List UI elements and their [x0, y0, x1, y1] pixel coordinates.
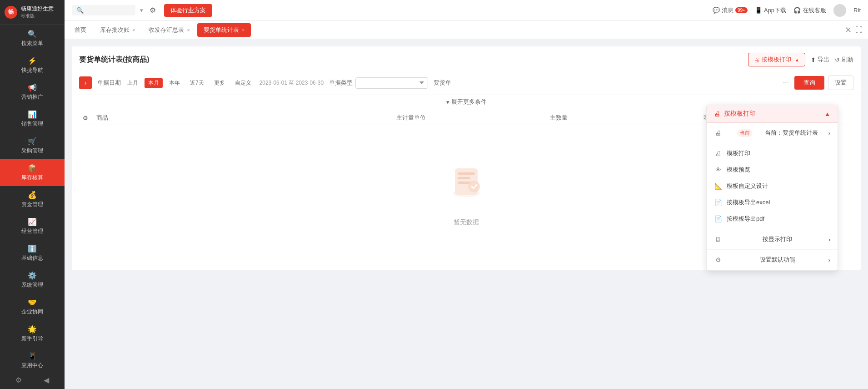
empty-text: 暂无数据	[454, 218, 479, 227]
sidebar-item-appstore[interactable]: 📱 应用中心	[0, 347, 65, 371]
sidebar-logo: 畅 畅康通好生意 标准版	[0, 0, 65, 25]
refresh-btn[interactable]: ↺ 刷新	[835, 56, 853, 64]
col-unit: 主计量单位	[393, 114, 546, 122]
sidebar-item-quick-nav[interactable]: ⚡ 快捷导航	[0, 52, 65, 79]
search-icon: 🔍	[76, 7, 84, 14]
sidebar-item-sales[interactable]: 📊 销售管理	[0, 106, 65, 132]
query-btn[interactable]: 查询	[794, 76, 824, 90]
dropdown-item-template-design[interactable]: 📐 模板自定义设计	[707, 178, 838, 194]
template-print-icon: 🖨	[714, 150, 722, 157]
sidebar-item-inventory[interactable]: 📦 库存核算	[0, 159, 65, 186]
tab-collection-summary-close[interactable]: ×	[187, 27, 190, 33]
tabbar: 首页 库存批次账 × 收发存汇总表 × 要货单统计表 × ✕ ⛶	[65, 21, 868, 39]
sidebar-item-guide[interactable]: 🌟 新手引导	[0, 320, 65, 347]
tabbar-expand-btn[interactable]: ⛶	[853, 26, 864, 34]
col-product: 商品	[93, 114, 393, 122]
message-btn[interactable]: 💬 消息 99+	[713, 6, 748, 15]
date-btn-prev-month[interactable]: 上月	[124, 78, 142, 88]
sidebar-item-label: 营销推广	[21, 93, 43, 101]
printer-icon: 🖨	[754, 56, 760, 63]
operations-icon: 📈	[28, 217, 37, 226]
topbar-dropdown-arrow[interactable]: ▾	[140, 7, 143, 14]
topbar-settings-icon[interactable]: ⚙	[150, 6, 156, 15]
sidebar-item-label: 搜索菜单	[21, 40, 43, 47]
search-input[interactable]	[86, 7, 123, 14]
date-filter-label: 单据日期	[97, 79, 121, 87]
dropdown-default-section: ⚙ 设置默认功能 ›	[707, 250, 838, 270]
main-area: 🔍 ▾ ⚙ 体验行业方案 💬 消息 99+ 📱 App下载 🎧 在线客服 Rit	[65, 0, 868, 389]
tab-order-summary[interactable]: 要货单统计表 ×	[197, 23, 251, 37]
sidebar-item-finance[interactable]: 💰 资金管理	[0, 186, 65, 213]
dropdown-item-export-excel[interactable]: 📄 按模板导出excel	[707, 194, 838, 211]
sidebar-collapse-btn[interactable]: ◀	[44, 376, 49, 384]
sidebar-item-operations[interactable]: 📈 经营管理	[0, 213, 65, 240]
col-settings[interactable]: ⚙	[79, 115, 93, 121]
more-options-btn[interactable]: ···	[781, 79, 791, 87]
current-arrow-icon: ›	[828, 130, 830, 136]
tab-home-label: 首页	[75, 26, 86, 34]
settings-btn[interactable]: 设置	[828, 76, 853, 90]
expand-more-btn[interactable]: ▾ 展开更多条件	[439, 95, 494, 109]
topbar: 🔍 ▾ ⚙ 体验行业方案 💬 消息 99+ 📱 App下载 🎧 在线客服 Rit	[65, 0, 868, 21]
printer-icon: 🖨	[714, 110, 720, 117]
app-download-btn[interactable]: 📱 App下载	[755, 6, 786, 15]
export-btn[interactable]: ⬆ 导出	[811, 56, 829, 64]
sidebar-item-marketing[interactable]: 📢 营销推广	[0, 79, 65, 106]
tab-order-summary-close[interactable]: ×	[242, 27, 244, 33]
sidebar-item-search[interactable]: 🔍 搜索菜单	[0, 25, 65, 52]
system-icon: ⚙️	[28, 271, 37, 280]
trial-btn[interactable]: 体验行业方案	[164, 4, 212, 17]
tabbar-close-btn[interactable]: ✕	[843, 25, 853, 35]
type-filter-group: 单据类型	[329, 77, 428, 89]
export-icon: ⬆	[811, 56, 816, 63]
date-btn-more[interactable]: 更多	[210, 78, 229, 88]
sidebar-item-label: 库存核算	[21, 174, 43, 182]
expand-icon: ▾	[446, 99, 449, 106]
type-filter-label: 单据类型	[329, 79, 353, 87]
date-btn-this-month[interactable]: 本月	[145, 78, 163, 88]
sidebar-item-purchase[interactable]: 🛒 采购管理	[0, 132, 65, 159]
dropdown-default-func[interactable]: ⚙ 设置默认功能 ›	[707, 252, 838, 268]
date-btn-last-7[interactable]: 近7天	[186, 78, 208, 88]
quick-nav-icon: ⚡	[28, 56, 37, 65]
svg-rect-3	[458, 177, 470, 179]
export-pdf-icon: 📄	[714, 215, 722, 222]
template-design-icon: 📐	[714, 182, 722, 190]
type-filter-select[interactable]	[355, 77, 428, 89]
sidebar-item-label: 系统管理	[21, 281, 43, 289]
export-excel-icon: 📄	[714, 199, 722, 206]
date-btn-custom[interactable]: 自定义	[231, 78, 255, 88]
tab-inventory-batch-close[interactable]: ×	[132, 27, 135, 33]
tab-inventory-batch[interactable]: 库存批次账 ×	[94, 23, 141, 37]
page-header-actions: 🖨 按模板打印 ▲ ⬆ 导出 ↺ 刷新	[748, 53, 853, 66]
service-icon: 🎧	[793, 7, 801, 14]
date-btn-this-year[interactable]: 本年	[165, 78, 184, 88]
sidebar-settings-btn[interactable]: ⚙	[15, 376, 22, 384]
dropdown-display-print[interactable]: 🖥 按显示打印 ›	[707, 231, 838, 248]
default-arrow-icon: ›	[828, 257, 830, 263]
topbar-search-box[interactable]: 🔍	[72, 5, 135, 15]
user-avatar[interactable]	[833, 4, 846, 17]
dropdown-title: 🖨 按模板打印	[714, 110, 756, 118]
sales-icon: 📊	[28, 110, 37, 119]
collab-icon: 🤝	[28, 298, 37, 307]
sidebar-nav: 🔍 搜索菜单 ⚡ 快捷导航 📢 营销推广 📊 销售管理 🛒 采购管理 📦 库存核…	[0, 25, 65, 371]
tab-collection-summary[interactable]: 收发存汇总表 ×	[142, 23, 196, 37]
dropdown-display-section: 🖥 按显示打印 ›	[707, 229, 838, 250]
sidebar-item-collab[interactable]: 🤝 企业协同	[0, 293, 65, 320]
dropdown-close-chevron[interactable]: ▲	[824, 111, 830, 117]
dropdown-current-item[interactable]: 🖨 当前 当前：要货单统计表 ›	[707, 125, 838, 141]
col-qty: 主数量	[546, 114, 700, 122]
purchase-icon: 🛒	[28, 137, 37, 146]
print-dropdown-popup: 🖨 按模板打印 ▲ 🖨 当前 当前：要货单统计表 › 🖨 模板打印	[706, 105, 838, 271]
dropdown-item-template-print[interactable]: 🖨 模板打印	[707, 145, 838, 162]
dropdown-item-template-preview[interactable]: 👁 模板预览	[707, 162, 838, 178]
print-template-btn[interactable]: 🖨 按模板打印 ▲	[748, 53, 805, 66]
online-service-btn[interactable]: 🎧 在线客服	[793, 6, 826, 15]
filter-toggle-btn[interactable]: ›	[79, 76, 92, 89]
sidebar-item-system[interactable]: ⚙️ 系统管理	[0, 267, 65, 293]
sidebar-item-label: 销售管理	[21, 120, 43, 128]
tab-home[interactable]: 首页	[68, 23, 93, 37]
dropdown-item-export-pdf[interactable]: 📄 按模板导出pdf	[707, 211, 838, 227]
sidebar-item-basic[interactable]: ℹ️ 基础信息	[0, 240, 65, 267]
